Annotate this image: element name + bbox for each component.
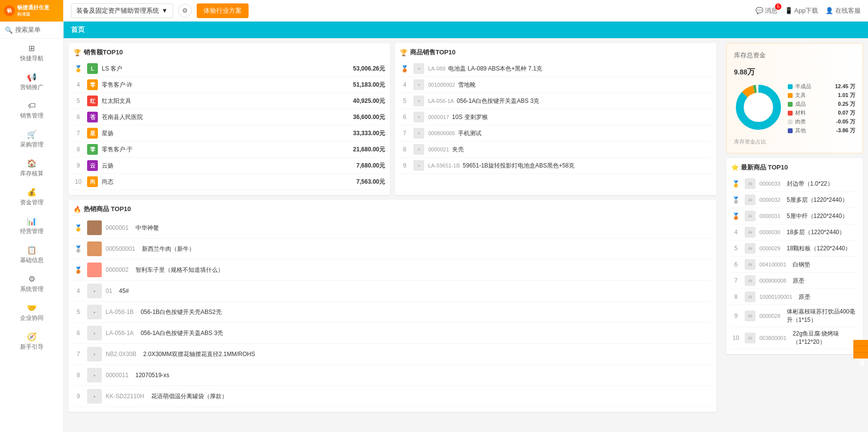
sidebar-item-sales[interactable]: 🏷 销售管理 <box>0 96 63 125</box>
newest-product-code: 0000031 <box>759 213 780 219</box>
product-code: 001000002 <box>428 82 455 88</box>
trial-button[interactable]: 体验行业方案 <box>197 3 249 18</box>
customer-avatar: 云 <box>87 160 98 171</box>
quicknav-label: 快捷导航 <box>20 54 44 63</box>
inventory-amount: 9.88万 <box>734 62 855 78</box>
newest-rank-medal: 🥉 <box>731 213 741 220</box>
rank-medal: 9 <box>73 162 83 169</box>
legend-item: 文具1.01 万 <box>788 92 855 99</box>
legend-value: 1.01 万 <box>838 92 855 99</box>
newest-product-name: 5厘中纤（1220*2440） <box>787 212 858 220</box>
legend-color <box>788 84 793 89</box>
hot-rank-medal: 5 <box>73 309 83 315</box>
sidebar-item-finance[interactable]: 💰 资金管理 <box>0 183 63 212</box>
customer-rank-item: 5红红太阳文具40,925.00元 <box>73 93 385 109</box>
service-icon: 👤 <box>825 7 833 14</box>
rank-medal: 4 <box>400 81 410 88</box>
hot-product-item: 🥈000500001新西兰牛肉（新牛） <box>73 239 711 260</box>
sidebar-item-operation[interactable]: 📊 经营管理 <box>0 212 63 240</box>
hot-product-code: 000500001 <box>106 245 135 252</box>
hot-product-code: LA-056-1B <box>106 309 134 315</box>
sidebar-item-inventory[interactable]: 🏠 库存核算 <box>0 154 63 183</box>
message-badge: 6 <box>775 3 782 10</box>
hot-product-name: 12070519-xs <box>136 372 169 379</box>
live-stream-button[interactable]: 直播 <box>853 353 868 359</box>
service-community-button[interactable]: 服务社区 <box>853 346 868 353</box>
hot-product-code: 01 <box>106 288 112 294</box>
product-info: 000800005手机测试 <box>428 129 711 138</box>
legend-item: 肉类-0.05 万 <box>788 118 855 125</box>
legend-label: 材料 <box>795 109 836 117</box>
newest-thumb: Ai <box>745 259 755 270</box>
hot-product-code: LA-056-1A <box>106 330 134 336</box>
legend-label: 文具 <box>795 92 836 99</box>
customer-value: 40,925.00元 <box>353 97 385 105</box>
home-label[interactable]: 首页 <box>71 25 85 34</box>
operation-icon: 📊 <box>27 216 37 226</box>
hot-product-name: 新西兰牛肉（新牛） <box>142 245 195 253</box>
hot-product-name: 智利车子里（规格不知道填什么） <box>136 266 224 274</box>
legend-label: 肉类 <box>795 118 834 125</box>
purchase-icon: 🛒 <box>27 130 37 139</box>
customer-rank-item: 6苍苍南县人民医院36,600.00元 <box>73 109 385 125</box>
sidebar-item-purchase[interactable]: 🛒 采购管理 <box>0 125 63 154</box>
main-container: 装备及固定资产辅助管理系统 ▼ ⚙ 体验行业方案 💬 消息 6 📱 App下载 … <box>64 0 868 432</box>
hot-products-list: 🥇0000001中华神鳌🥈000500001新西兰牛肉（新牛）🥉0000002智… <box>73 217 711 407</box>
product-thumb: ▪ <box>413 160 424 171</box>
product-rank-item: 7▪000800005手机测试 <box>400 125 711 142</box>
search-label: 搜索菜单 <box>15 25 41 34</box>
search-menu[interactable]: 🔍 搜索菜单 <box>0 22 63 39</box>
hot-product-thumb <box>87 263 102 277</box>
newest-rank-medal: 5 <box>731 245 741 252</box>
system-selector[interactable]: 装备及固定资产辅助管理系统 ▼ <box>71 3 173 18</box>
customer-name: 云扬 <box>102 162 352 170</box>
message-button[interactable]: 💬 消息 6 <box>755 6 778 15</box>
collab-label: 企业协同 <box>20 314 44 322</box>
hot-product-item: 7▪NB2.0X30B2.0X30MM双摆花轴摆花直径2.1MM/ROHS <box>73 344 711 365</box>
legend-value: -3.86 万 <box>836 127 855 134</box>
product-thumb: ▪ <box>413 128 424 139</box>
inventory-unit: 万 <box>747 68 755 76</box>
hot-product-name: 056-1B白色按键开关壳ABS2壳 <box>140 308 221 316</box>
newest-thumb: Ai <box>745 194 755 205</box>
hot-product-code: 0000011 <box>106 372 129 379</box>
sidebar-item-marketing[interactable]: 📢 营销推广 <box>0 68 63 96</box>
hot-product-name: 2.0X30MM双摆花轴摆花直径2.1MM/ROHS <box>143 350 255 359</box>
customer-avatar: 红 <box>87 96 98 106</box>
customer-service-button[interactable]: 客服热线 <box>853 340 868 346</box>
rank-medal: 5 <box>400 97 410 104</box>
product-thumb: ▪ <box>413 63 424 74</box>
product-rank-item: 4▪001000002雪地靴 <box>400 77 711 93</box>
legend-value: -0.05 万 <box>836 118 855 125</box>
online-service-button[interactable]: 👤 在线客服 <box>825 6 861 15</box>
product-name: 雪地靴 <box>458 81 476 88</box>
product-info: LA-056-1A056-1A白色按键开关盖ABS 3克 <box>428 97 711 105</box>
legend-value: 0.07 万 <box>838 109 855 117</box>
product-code: 0000017 <box>428 114 449 120</box>
sidebar-item-collab[interactable]: 🤝 企业协同 <box>0 298 63 327</box>
hot-product-item: 4▪0145# <box>73 281 711 302</box>
sidebar-item-basic[interactable]: 📋 基础信息 <box>0 240 63 269</box>
newest-product-name: 22g鱼豆腐·烧烤味（1*12*20） <box>793 330 858 346</box>
customer-name: LS 客户 <box>102 65 349 73</box>
newest-product-name: 18颗粒板（1220*2440） <box>787 244 858 253</box>
rank-medal: 6 <box>400 114 410 120</box>
newest-thumb: Ai <box>745 211 755 221</box>
product-code: LA-59651-1B <box>428 163 460 168</box>
inventory-label: 库存核算 <box>20 169 44 178</box>
operation-label: 经营管理 <box>20 227 44 236</box>
sidebar-item-quicknav[interactable]: ⊞ 快捷导航 <box>0 39 63 68</box>
gear-button[interactable]: ⚙ <box>178 4 192 18</box>
customer-value: 21,680.00元 <box>353 145 385 154</box>
hot-product-name: 花语萌倡温分离罐袋（厚款） <box>151 392 228 401</box>
customer-avatar: 零 <box>87 79 98 90</box>
message-icon: 💬 <box>755 7 763 14</box>
mobile-icon: 📱 <box>785 7 793 14</box>
hot-product-thumb: ▪ <box>87 305 102 319</box>
sidebar-item-system[interactable]: ⚙ 系统管理 <box>0 269 63 298</box>
hot-product-name: 45# <box>119 288 129 294</box>
newest-rank-medal: 🥈 <box>731 196 741 204</box>
product-thumb: ▪ <box>413 96 424 106</box>
app-download-button[interactable]: 📱 App下载 <box>785 6 818 15</box>
sidebar-item-guide[interactable]: 🧭 新手引导 <box>0 327 63 356</box>
